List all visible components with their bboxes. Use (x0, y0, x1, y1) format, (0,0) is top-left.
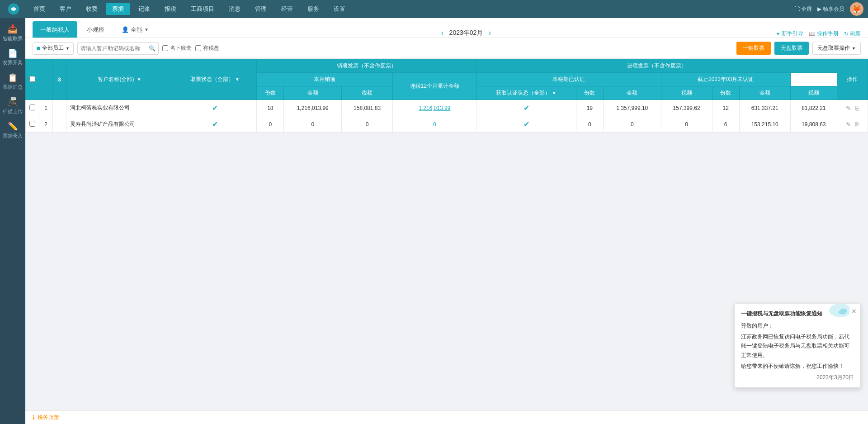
dropdown-chevron-icon: ▼ (852, 46, 856, 51)
edit-icon[interactable]: ✎ (846, 105, 851, 112)
star-icon: ✦ (776, 31, 780, 37)
tab-small[interactable]: 小规模 (79, 21, 112, 38)
th-input-amount: 金额 (603, 86, 661, 100)
filter-icon: ▼ (137, 77, 142, 82)
employee-filter[interactable]: 全部员工 ▼ (33, 42, 74, 55)
nav-invoice[interactable]: 票据 (106, 3, 130, 15)
no-disk-fetch-btn[interactable]: 无盘取票 (774, 42, 809, 55)
prev-month-btn[interactable]: ‹ (441, 28, 444, 38)
nav-message[interactable]: 消息 (222, 3, 247, 15)
row-num: 2 (39, 116, 53, 133)
tab-bar: 一般纳税人 小规模 👤 全能 ▼ ‹ 2023年02月 › ✦ 新手引导 📖 操… (25, 18, 868, 38)
nav-home[interactable]: 首页 (27, 3, 52, 15)
nav-fee[interactable]: 收费 (80, 3, 104, 15)
new-guide-btn[interactable]: ✦ 新手引导 (776, 30, 803, 38)
filter-dot (37, 47, 40, 50)
row-unverified-count: 6 (712, 116, 739, 133)
main-table: ⚙ 客户名称(全部) ▼ 取票状态（全部） ▼ 销项发票（不含作废票） 进项发票… (25, 59, 868, 133)
sidebar-item-enter[interactable]: ✏️ 票据录入 (1, 119, 24, 142)
row-settings (53, 116, 66, 133)
row-cumulative[interactable]: 1,216,013.99 (393, 100, 476, 116)
member-btn[interactable]: ▶ 畅享会员 (817, 5, 844, 13)
top-nav: 首页 客户 收费 票据 记账 报税 工商项目 消息 管理 经营 服务 设置 ⛶ … (0, 0, 868, 18)
refresh-btn[interactable]: ↻ 刷新 (844, 30, 861, 38)
row-verify-status: ✔ (476, 116, 576, 133)
row-customer[interactable]: 河北柯落栋实业有限公司 (66, 100, 173, 116)
row-sales-tax: 158,081.83 (342, 100, 393, 116)
row-sales-amount: 0 (284, 116, 342, 133)
fullscreen-btn[interactable]: ⛶ 全屏 (794, 5, 812, 13)
tax-policy-label[interactable]: 税务政策 (38, 414, 59, 421)
row-sales-tax: 0 (342, 116, 393, 133)
th-unverified-amount: 金额 (739, 86, 790, 100)
nav-items: 首页 客户 收费 票据 记账 报税 工商项目 消息 管理 经营 服务 设置 (27, 3, 794, 15)
next-month-btn[interactable]: › (488, 28, 491, 38)
month-display: 2023年02月 (449, 29, 483, 37)
tab-general[interactable]: 一般纳税人 (33, 21, 77, 38)
nav-tax[interactable]: 报税 (158, 3, 183, 15)
no-disk-ops-btn[interactable]: 无盘取票操作 ▼ (812, 42, 861, 55)
row-input-tax: 0 (661, 116, 712, 133)
nav-business[interactable]: 工商项目 (184, 3, 221, 15)
table-row: 2 灵寿县尚泽矿产品有限公司 ✔ 0 0 0 0 ✔ 0 0 0 6 153,2… (26, 116, 868, 133)
th-input-count: 份数 (576, 86, 603, 100)
row-status: ✔ (173, 116, 257, 133)
nav-settings[interactable]: 设置 (327, 3, 352, 15)
tab-all[interactable]: 👤 全能 ▼ (114, 21, 156, 38)
fullscreen-icon: ⛶ (794, 6, 800, 12)
summary-icon: 📋 (8, 73, 18, 83)
status-filter-icon: ▼ (235, 77, 240, 82)
row-customer[interactable]: 灵寿县尚泽矿产品有限公司 (66, 116, 173, 133)
table-wrap: ⚙ 客户名称(全部) ▼ 取票状态（全部） ▼ 销项发票（不含作废票） 进项发票… (25, 59, 868, 133)
bottom-bar[interactable]: ℹ 税务政策 (25, 410, 868, 424)
th-status[interactable]: 取票状态（全部） ▼ (173, 59, 257, 100)
table-row: 1 河北柯落栋实业有限公司 ✔ 18 1,216,013.99 158,081.… (26, 100, 868, 116)
row-cumulative[interactable]: 0 (393, 116, 476, 133)
row-input-amount: 0 (603, 116, 661, 133)
notification-close-btn[interactable]: ✕ (851, 306, 857, 317)
sidebar-item-scan[interactable]: 📠 扫描上传 (1, 95, 24, 117)
row-checkbox[interactable] (26, 116, 39, 133)
th-verify-status[interactable]: 获取认证状态（全部） ▼ (476, 86, 576, 100)
th-checkbox (26, 59, 39, 100)
row-checkbox[interactable] (26, 100, 39, 116)
copy-icon[interactable]: ⎘ (855, 121, 859, 128)
th-input-unverified: 截止2023年03月未认证 (661, 73, 790, 86)
tab-nav-center: ‹ 2023年02月 › (158, 28, 774, 38)
row-settings (53, 100, 66, 116)
nav-operate[interactable]: 经营 (275, 3, 299, 15)
search-input[interactable] (80, 45, 149, 52)
copy-icon[interactable]: ⎘ (855, 105, 859, 112)
row-input-amount: 1,357,999.10 (603, 100, 661, 116)
th-input-group: 进项发票（不含作废票） (476, 59, 837, 73)
th-customer[interactable]: 客户名称(全部) ▼ (66, 59, 173, 100)
th-sales-month: 本月销项 (257, 73, 393, 86)
nav-manage[interactable]: 管理 (249, 3, 273, 15)
dropdown-icon: ▼ (66, 46, 70, 51)
manual-btn[interactable]: 📖 操作手册 (809, 30, 839, 38)
sidebar-item-summary[interactable]: 📋 票据汇总 (1, 71, 24, 93)
th-sales-tax: 税额 (342, 86, 393, 100)
row-sales-count: 18 (257, 100, 284, 116)
row-actions: ✎ ⎘ (837, 116, 868, 133)
enter-icon: ✏️ (8, 122, 18, 132)
top-nav-right: ⛶ 全屏 ▶ 畅享会员 🦊 (794, 2, 863, 16)
checkbox-subaccount[interactable]: 名下账套 (162, 44, 192, 52)
sidebar-item-fetch[interactable]: 📥 智能取票 (1, 22, 24, 44)
th-input-period: 本税期已认证 (476, 73, 661, 86)
nav-accounting[interactable]: 记账 (132, 3, 156, 15)
row-unverified-tax: 19,808.63 (790, 116, 837, 133)
nav-service[interactable]: 服务 (301, 3, 326, 15)
avatar[interactable]: 🦊 (850, 2, 863, 16)
row-actions: ✎ ⎘ (837, 100, 868, 116)
checkbox-taxdisk[interactable]: 有税盘 (195, 44, 219, 52)
toolbar-right: 一键取票 无盘取票 无盘取票操作 ▼ (736, 42, 861, 55)
select-all-checkbox[interactable] (29, 76, 35, 82)
sidebar-item-open-invoice[interactable]: 📄 发票开具 (1, 46, 24, 69)
one-click-fetch-btn[interactable]: 一键取票 (736, 42, 771, 55)
edit-icon[interactable]: ✎ (846, 121, 851, 128)
th-sales-group: 销项发票（不含作废票） (257, 59, 476, 73)
nav-customer[interactable]: 客户 (53, 3, 78, 15)
search-icon[interactable]: 🔍 (149, 45, 156, 52)
row-input-tax: 157,399.62 (661, 100, 712, 116)
